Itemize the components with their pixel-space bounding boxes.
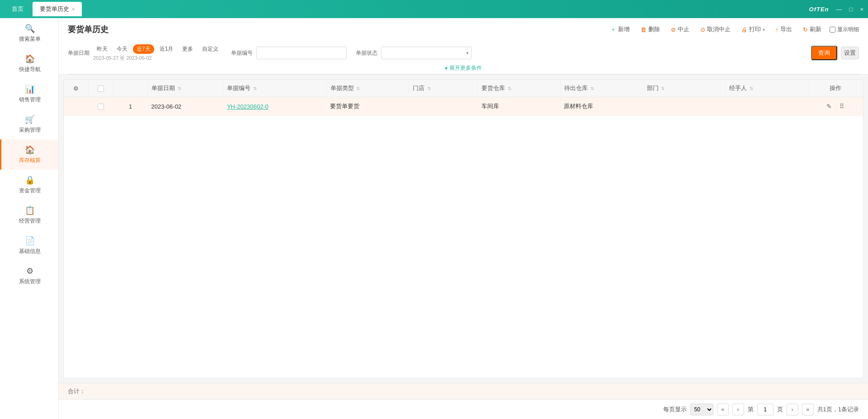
content-area: 要货单历史 ＋ 新增 🗑 删除 ⊘ 中止 ⊙ [59,18,868,419]
col-handler-label: 经手人 [729,85,747,91]
col-date-label: 单据日期 [151,85,175,91]
status-select[interactable] [381,47,472,59]
table-head: ⚙ 单据日期 ⇅ 单据编号 ⇅ [64,80,863,97]
stop-label: 中止 [678,25,689,33]
add-button[interactable]: ＋ 新增 [608,24,632,35]
select-all-checkbox[interactable] [98,86,104,92]
print-icon: 🖨 [741,26,747,33]
page-number-input[interactable] [757,404,774,415]
col-settings: ⚙ [64,80,89,97]
date-range-text: 2023-05-27 至 2023-06-02 [93,55,222,62]
refresh-button[interactable]: ↻ 刷新 [800,24,824,35]
settings-col-icon[interactable]: ⚙ [73,85,79,92]
date-btn-1month[interactable]: 近1月 [156,44,177,54]
row-dst-wh: 原材料仓库 [560,97,643,116]
print-button[interactable]: 🖨 打印 ▾ [739,24,768,35]
row-edit-btn[interactable]: ✎ [824,101,835,112]
page-suffix: 页 [777,405,783,414]
first-page-btn[interactable]: « [717,404,729,415]
stop-button[interactable]: ⊘ 中止 [668,24,692,35]
row-number-link[interactable]: YH-20230602-0 [227,103,269,110]
col-req-wh-sort[interactable]: ⇅ [508,86,511,91]
date-btn-7days[interactable]: 近7天 [133,44,154,54]
page-title-row: 要货单历史 ＋ 新增 🗑 删除 ⊘ 中止 ⊙ [68,24,859,35]
next-page-btn[interactable]: › [787,404,798,415]
settings-button[interactable]: 设置 [841,47,859,59]
sidebar-item-inventory-label: 库存核算 [19,157,41,164]
export-button[interactable]: ↑ 导出 [773,24,795,35]
sidebar-item-quick-nav[interactable]: 🏠 快捷导航 [0,48,58,79]
search-menu-icon: 🔍 [25,24,35,33]
page-size-select[interactable]: 20 50 100 [690,404,713,415]
display-detail-checkbox[interactable] [830,27,835,33]
expand-more-btn[interactable]: ▾ 展开更多条件 [68,62,859,74]
sidebar-item-purchase-mgmt[interactable]: 🛒 采购管理 [0,109,58,139]
col-dst-wh-label: 待出仓库 [564,85,588,91]
row-check [89,97,113,116]
bill-no-input[interactable] [256,47,347,59]
main-layout: 🔍 搜索菜单 🏠 快捷导航 📊 销售管理 🛒 采购管理 🏠 库存核算 🔒 资金管… [0,18,868,419]
brand-label: OfTEn [809,6,829,13]
print-dropdown-icon: ▾ [763,27,765,32]
col-handler-sort[interactable]: ⇅ [750,86,753,91]
sidebar-item-quick-nav-label: 快捷导航 [19,66,41,73]
sys-mgmt-icon: ⚙ [26,266,33,276]
window-controls: OfTEn — □ × [809,6,863,13]
row-settings [64,97,89,116]
summary-bar: 合计： [59,383,868,399]
row-more-btn[interactable]: ⠿ [836,101,847,112]
col-type-label: 单据类型 [330,85,354,91]
date-btn-today[interactable]: 今天 [113,44,131,54]
page-size-label: 每页显示 [663,405,687,414]
col-number-sort[interactable]: ⇅ [253,86,257,91]
date-btn-custom[interactable]: 自定义 [198,44,222,54]
row-checkbox[interactable] [98,104,104,110]
sidebar-item-finance[interactable]: 🔒 资金管理 [0,170,58,200]
sidebar-item-inventory[interactable]: 🏠 库存核算 [0,139,58,170]
sidebar-item-search-menu[interactable]: 🔍 搜索菜单 [0,18,58,48]
query-button[interactable]: 查询 [811,46,837,60]
sidebar-item-purchase-mgmt-label: 采购管理 [19,126,41,134]
row-store [409,97,478,116]
sidebar-item-sys-mgmt[interactable]: ⚙ 系统管理 [0,261,58,291]
purchase-mgmt-icon: 🛒 [25,114,35,124]
maximize-btn[interactable]: □ [849,6,853,13]
col-dept-sort[interactable]: ⇅ [661,86,665,91]
filter-row: 单据日期 昨天 今天 近7天 近1月 更多 自定义 2023-05-27 至 2… [68,44,859,62]
cancel-stop-button[interactable]: ⊙ 取消中止 [698,24,733,35]
filter-area: 单据日期 昨天 今天 近7天 近1月 更多 自定义 2023-05-27 至 2… [68,40,859,74]
sidebar-item-operations[interactable]: 📋 经营管理 [0,200,58,230]
table-header-row: ⚙ 单据日期 ⇅ 单据编号 ⇅ [64,80,863,97]
total-info: 共1页，1条记录 [817,405,859,414]
col-dst-wh-sort[interactable]: ⇅ [590,86,594,91]
sidebar-item-sales-mgmt[interactable]: 📊 销售管理 [0,79,58,109]
date-btn-yesterday[interactable]: 昨天 [93,44,111,54]
date-btn-more[interactable]: 更多 [179,44,197,54]
close-btn[interactable]: × [860,6,863,13]
table-row[interactable]: 1 2023-06-02 YH-20230602-0 要货单要货 车间库 原材料… [64,97,863,116]
top-bar: 首页 要货单历史 × OfTEn — □ × [0,0,868,18]
tab-requisition-history[interactable]: 要货单历史 × [33,2,82,16]
tab-home[interactable]: 首页 [5,2,31,16]
tab-close-icon[interactable]: × [72,6,75,12]
minimize-btn[interactable]: — [836,6,842,13]
row-date: 2023-06-02 [148,97,223,116]
filter-action-group: 查询 设置 [811,46,859,60]
col-date-sort[interactable]: ⇅ [178,86,181,91]
expand-label: 展开更多条件 [449,64,482,72]
last-page-btn[interactable]: » [802,404,814,415]
operations-icon: 📋 [25,205,35,215]
delete-button[interactable]: 🗑 删除 [638,24,663,35]
col-store-sort[interactable]: ⇅ [427,86,431,91]
table-body: 1 2023-06-02 YH-20230602-0 要货单要货 车间库 原材料… [64,97,863,116]
bill-no-label: 单据编号 [231,49,253,57]
date-filter-label: 单据日期 [68,49,90,57]
col-type-sort[interactable]: ⇅ [356,86,360,91]
sales-mgmt-icon: 📊 [25,84,35,94]
summary-label: 合计： [68,387,85,395]
print-label: 打印 [749,25,761,33]
col-dst-wh: 待出仓库 ⇅ [560,80,643,97]
tab-requisition-label: 要货单历史 [40,5,69,13]
prev-page-btn[interactable]: ‹ [732,404,744,415]
sidebar-item-basic-info[interactable]: 📄 基础信息 [0,230,58,261]
